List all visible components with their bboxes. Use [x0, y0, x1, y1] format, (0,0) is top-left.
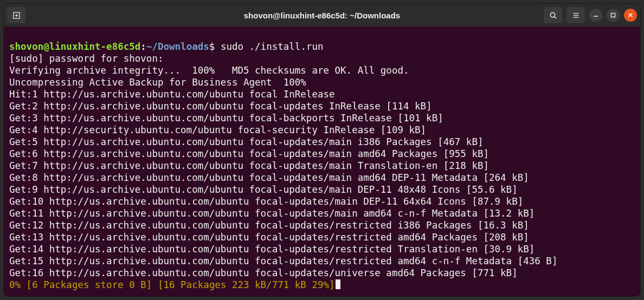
output-line: Get:8 http://us.archive.ubuntu.com/ubunt…: [9, 172, 529, 183]
terminal-area[interactable]: shovon@linuxhint-e86c5d:~/Downloads$ sud…: [4, 27, 640, 296]
output-line: Verifying archive integrity... 100% MD5 …: [9, 65, 409, 76]
output-line: Get:12 http://us.archive.ubuntu.com/ubun…: [9, 220, 529, 231]
prompt-at: @: [43, 41, 49, 52]
output-line: Get:3 http://us.archive.ubuntu.com/ubunt…: [9, 113, 443, 123]
output-line: [sudo] password for shovon:: [9, 53, 163, 64]
output-line: Get:16 http://us.archive.ubuntu.com/ubun…: [9, 268, 518, 278]
command-text: sudo ./install.run: [221, 41, 324, 52]
svg-rect-2: [611, 14, 615, 17]
cursor: [336, 279, 340, 289]
svg-point-1: [550, 12, 555, 17]
progress-line: 0% [6 Packages store 0 B] [16 Packages 2…: [9, 279, 335, 290]
output-line: Get:5 http://us.archive.ubuntu.com/ubunt…: [9, 136, 483, 147]
output-line: Get:10 http://us.archive.ubuntu.com/ubun…: [9, 196, 523, 207]
menu-button[interactable]: [566, 7, 585, 23]
minimize-icon: [593, 12, 598, 18]
output-line: Get:2 http://us.archive.ubuntu.com/ubunt…: [9, 101, 432, 112]
hamburger-icon: [572, 11, 580, 19]
prompt-user: shovon: [9, 41, 43, 52]
output-line: Get:15 http://us.archive.ubuntu.com/ubun…: [9, 256, 557, 266]
maximize-button[interactable]: [607, 9, 620, 22]
close-icon: [628, 12, 633, 18]
close-button[interactable]: [624, 9, 637, 22]
output-line: Get:9 http://us.archive.ubuntu.com/ubunt…: [9, 184, 518, 195]
titlebar-right: [544, 7, 637, 23]
maximize-icon: [610, 12, 616, 18]
output-line: Get:11 http://us.archive.ubuntu.com/ubun…: [9, 208, 534, 219]
search-icon: [549, 11, 557, 19]
titlebar: shovon@linuxhint-e86c5d: ~/Downloads: [4, 4, 640, 27]
output-line: Uncompressing Active Backup for Business…: [9, 77, 306, 88]
prompt-dollar: $: [209, 41, 221, 52]
prompt-path: ~/Downloads: [146, 41, 209, 52]
titlebar-left: [7, 7, 25, 23]
output-line: Hit:1 http://us.archive.ubuntu.com/ubunt…: [9, 89, 335, 100]
prompt-colon: :: [140, 41, 146, 52]
new-tab-icon: [12, 11, 21, 19]
output-line: Get:4 http://security.ubuntu.com/ubuntu …: [9, 125, 426, 135]
terminal-window: shovon@linuxhint-e86c5d: ~/Downloads: [3, 3, 641, 297]
output-line: Get:13 http://us.archive.ubuntu.com/ubun…: [9, 232, 529, 243]
new-tab-button[interactable]: [7, 7, 25, 23]
minimize-button[interactable]: [589, 9, 602, 22]
prompt-host: linuxhint-e86c5d: [49, 41, 141, 52]
output-line: Get:6 http://us.archive.ubuntu.com/ubunt…: [9, 148, 489, 159]
output-line: Get:14 http://us.archive.ubuntu.com/ubun…: [9, 244, 534, 255]
search-button[interactable]: [544, 7, 562, 23]
output-line: Get:7 http://us.archive.ubuntu.com/ubunt…: [9, 160, 489, 171]
